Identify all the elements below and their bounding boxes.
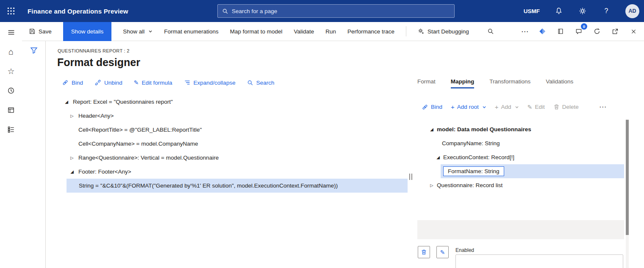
- scrollbar-thumb[interactable]: [626, 120, 629, 235]
- action-pane: Save Show details Show all Format enumer…: [22, 22, 644, 41]
- expanded-caret-icon[interactable]: ◢: [436, 155, 441, 160]
- company-selector[interactable]: USMF: [524, 8, 540, 14]
- tab-transformations[interactable]: Transformations: [489, 78, 530, 88]
- user-avatar[interactable]: AD: [625, 4, 639, 18]
- page-search-box[interactable]: [217, 4, 455, 18]
- bind-link-icon: [62, 79, 69, 86]
- bind-label: Bind: [72, 80, 83, 86]
- app-title: Finance and Operations Preview: [28, 8, 128, 15]
- format-tree-row[interactable]: ▷ Header<Any>: [46, 109, 415, 123]
- mapping-bind-label: Bind: [431, 104, 442, 110]
- model-tree-scrollbar[interactable]: [626, 119, 629, 268]
- search-icon: [222, 8, 228, 14]
- model-tree-row[interactable]: ▷ Questionnaire: Record list: [417, 178, 624, 192]
- performance-trace-button[interactable]: Performance trace: [347, 28, 394, 35]
- home-icon[interactable]: ⌂: [8, 47, 14, 56]
- model-tree-row[interactable]: ◢ model: Data model Questionnaires: [417, 122, 624, 136]
- help-question-icon[interactable]: ?: [602, 6, 611, 16]
- start-debugging-button[interactable]: Start Debugging: [418, 28, 469, 35]
- format-node-label: String = "&C&10"&(FORMAT("Generated by'%…: [79, 182, 338, 189]
- mapping-more-commands-icon[interactable]: ⋯: [599, 103, 607, 111]
- detail-actions: ✎: [418, 246, 449, 258]
- messages-flag-wrapper: 0: [574, 27, 583, 36]
- detail-delete-button[interactable]: [418, 246, 430, 258]
- delete-button[interactable]: Delete: [553, 104, 579, 110]
- action-search-icon[interactable]: [486, 27, 495, 36]
- model-tree-row[interactable]: ◢ ExecutionContext: Record[!]: [417, 150, 624, 164]
- workspaces-form-icon[interactable]: [7, 106, 15, 114]
- more-commands-icon[interactable]: ⋯: [521, 28, 529, 35]
- edit-formula-label: Edit formula: [142, 80, 172, 86]
- collapsed-caret-icon[interactable]: ▷: [69, 114, 75, 118]
- task-recorder-icon[interactable]: [538, 27, 547, 36]
- mapping-bind-link[interactable]: Bind: [422, 104, 442, 111]
- edit-button[interactable]: ✎ Edit: [527, 104, 545, 110]
- format-enumerations-button[interactable]: Format enumerations: [164, 28, 218, 35]
- map-format-to-model-button[interactable]: Map format to model: [230, 28, 283, 35]
- mapping-toolbar: Bind + Add root + Add ✎ Edit: [422, 103, 607, 111]
- designer-toolbar: Bind Unbind ✎ Edit formula: [62, 79, 415, 86]
- chevron-down-icon: [148, 29, 153, 33]
- nav-hamburger-icon[interactable]: [8, 28, 15, 36]
- enabled-field[interactable]: [455, 254, 623, 268]
- edit-formula-link[interactable]: ✎ Edit formula: [134, 80, 172, 86]
- tab-mapping[interactable]: Mapping: [451, 78, 475, 88]
- tab-format[interactable]: Format: [417, 78, 436, 88]
- model-tree-row[interactable]: CompanyName: String: [417, 136, 624, 150]
- show-all-dropdown[interactable]: Show all: [123, 28, 153, 35]
- unbind-link-icon: [94, 79, 101, 86]
- run-button[interactable]: Run: [325, 28, 336, 35]
- model-tree-row-selected[interactable]: FormatName: String: [441, 164, 624, 178]
- action-pane-right: ⋯ 0: [486, 22, 644, 41]
- favorites-star-icon[interactable]: ☆: [7, 67, 14, 75]
- close-icon[interactable]: [629, 27, 638, 36]
- add-label: Add: [501, 104, 511, 110]
- show-all-label: Show all: [123, 28, 144, 35]
- format-tree-row[interactable]: Cell<CompanyName> = model.CompanyName: [46, 137, 415, 151]
- expanded-caret-icon[interactable]: ◢: [429, 127, 434, 132]
- unbind-link[interactable]: Unbind: [94, 79, 122, 86]
- detail-edit-button[interactable]: ✎: [436, 246, 449, 258]
- help-guide-book-icon[interactable]: [556, 27, 565, 36]
- tab-validations[interactable]: Validations: [546, 78, 573, 88]
- app-launcher-waffle-icon[interactable]: [0, 0, 22, 22]
- format-tree-row[interactable]: ◢ Footer: Footer<Any>: [46, 165, 415, 179]
- format-tree-row[interactable]: ▷ Range<Questionnaire>: Vertical = model…: [46, 151, 415, 165]
- left-nav-strip: ⌂ ☆: [0, 22, 22, 268]
- format-designer-pane: QUESTIONNAIRES REPORT : 2 Format designe…: [46, 41, 415, 268]
- format-tree-row[interactable]: ◢ Report: Excel = "Questionnaires report…: [46, 95, 415, 109]
- tree-search-link[interactable]: Search: [247, 80, 275, 86]
- add-root-dropdown[interactable]: + Add root: [451, 104, 486, 110]
- filter-gutter: [22, 41, 46, 268]
- selected-node-box[interactable]: FormatName: String: [443, 166, 504, 176]
- expanded-caret-icon[interactable]: ◢: [69, 170, 75, 174]
- bind-link-icon: [422, 104, 428, 111]
- notifications-bell-icon[interactable]: [554, 6, 564, 16]
- format-tree-row[interactable]: Cell<ReportTitle> = @"GER_LABEL:ReportTi…: [46, 123, 415, 137]
- open-in-new-window-icon[interactable]: [611, 27, 620, 36]
- collapsed-caret-icon[interactable]: ▷: [69, 156, 75, 160]
- format-tree-row-selected[interactable]: String = "&C&10"&(FORMAT("Generated by'%…: [67, 179, 408, 193]
- recent-clock-icon[interactable]: [7, 86, 15, 95]
- top-bar: Finance and Operations Preview USMF: [0, 0, 644, 22]
- bind-link[interactable]: Bind: [62, 79, 83, 86]
- validate-button[interactable]: Validate: [294, 28, 314, 35]
- trash-icon: [553, 104, 560, 110]
- trash-icon: [421, 249, 427, 255]
- settings-gear-icon[interactable]: [578, 6, 587, 16]
- format-tree-scrollbar[interactable]: [409, 174, 412, 180]
- model-node-label: CompanyName: String: [442, 140, 500, 146]
- page-search-input[interactable]: [232, 8, 450, 14]
- collapsed-caret-icon[interactable]: ▷: [429, 183, 434, 188]
- modules-hierarchy-icon[interactable]: [7, 125, 15, 134]
- expanded-caret-icon[interactable]: ◢: [64, 100, 69, 104]
- save-button[interactable]: Save: [29, 28, 52, 35]
- show-details-button[interactable]: Show details: [63, 22, 112, 41]
- start-debugging-label: Start Debugging: [427, 28, 469, 35]
- expand-collapse-link[interactable]: Expand/collapse: [184, 79, 236, 86]
- record-caption: QUESTIONNAIRES REPORT : 2: [58, 48, 415, 53]
- filter-funnel-icon[interactable]: [30, 47, 38, 54]
- pencil-icon: ✎: [440, 249, 445, 255]
- refresh-icon[interactable]: [592, 27, 602, 36]
- add-dropdown[interactable]: + Add: [495, 104, 519, 110]
